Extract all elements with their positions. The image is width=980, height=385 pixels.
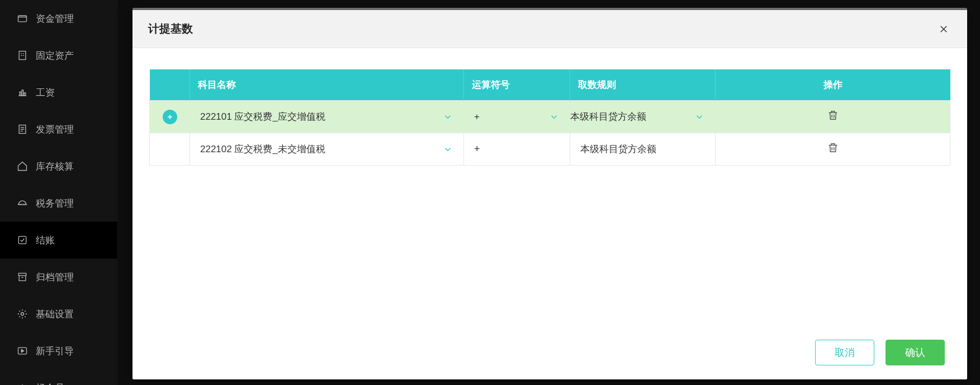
rule-value: 本级科目贷方余额 (570, 110, 646, 123)
svg-rect-3 (22, 90, 23, 96)
svg-rect-0 (18, 16, 27, 22)
sidebar-item-label: 库存核算 (36, 160, 74, 173)
receipt-icon (17, 124, 28, 135)
col-header-rule: 取数规则 (570, 69, 716, 101)
gear-icon (17, 308, 28, 320)
play-icon (17, 345, 28, 356)
rule-value: 本级科目贷方余额 (580, 144, 656, 154)
plus-icon (166, 113, 174, 121)
close-icon (939, 24, 949, 34)
sidebar-item-archive[interactable]: 归档管理 (0, 259, 117, 295)
confirm-button[interactable]: 确认 (886, 340, 945, 365)
sidebar-item-label: 资金管理 (36, 12, 74, 25)
dish-icon (17, 198, 28, 209)
rule-select[interactable]: 本级科目贷方余额 (570, 101, 715, 133)
chevron-down-icon (442, 111, 453, 123)
sidebar-item-label: 基础设置 (36, 308, 74, 321)
svg-rect-2 (20, 92, 21, 96)
sidebar: 资金管理 固定资产 工资 发票管理 库存核算 税务管理 结账 归档管理 基础设置… (0, 0, 117, 385)
modal-body: 科目名称 运算符号 取数规则 操作 222101 应交税费_应交增值税 (132, 48, 967, 326)
chevron-down-icon (548, 111, 560, 123)
subject-select[interactable]: 222102 应交税费_未交增值税 (190, 133, 463, 165)
check-doc-icon (17, 234, 28, 246)
operator-value: + (474, 111, 480, 123)
delete-row-button[interactable] (827, 109, 839, 121)
modal-header: 计提基数 (132, 10, 967, 48)
add-row-button[interactable] (163, 110, 177, 124)
close-button[interactable] (936, 21, 951, 37)
svg-point-8 (21, 313, 24, 316)
confirm-label: 确认 (905, 346, 925, 359)
chevron-down-icon (694, 111, 705, 123)
svg-rect-6 (18, 236, 26, 243)
wallet-icon (17, 13, 28, 24)
col-header-add (150, 69, 190, 101)
col-header-operator: 运算符号 (464, 69, 570, 101)
svg-rect-1 (19, 51, 26, 60)
sidebar-item-label: 新手引导 (36, 345, 74, 358)
sidebar-item-label: 归档管理 (36, 271, 74, 284)
sidebar-item-settings[interactable]: 基础设置 (0, 295, 117, 332)
sidebar-item-label: 畅会员 (36, 382, 64, 386)
sidebar-item-salary[interactable]: 工资 (0, 74, 117, 111)
subject-value: 222101 应交税费_应交增值税 (200, 110, 325, 123)
archive-icon (17, 271, 28, 283)
cancel-label: 取消 (835, 346, 855, 359)
sidebar-item-label: 固定资产 (36, 49, 74, 62)
table-row: 222101 应交税费_应交增值税 + 本级科目贷方余额 (150, 101, 950, 133)
svg-rect-7 (18, 273, 26, 275)
modal-footer: 取消 确认 (132, 326, 967, 379)
sidebar-item-member[interactable]: 畅会员 (0, 369, 117, 385)
sidebar-item-inventory[interactable]: 库存核算 (0, 148, 117, 185)
sidebar-item-guide[interactable]: 新手引导 (0, 332, 117, 369)
sidebar-item-funds[interactable]: 资金管理 (0, 0, 117, 37)
sidebar-item-closing[interactable]: 结账 (0, 222, 117, 259)
sidebar-item-tax[interactable]: 税务管理 (0, 185, 117, 222)
home-icon (17, 161, 28, 172)
sidebar-item-invoice[interactable]: 发票管理 (0, 111, 117, 148)
col-header-action: 操作 (716, 69, 950, 101)
table-row: 222102 应交税费_未交增值税 + 本级科目贷方余额 (150, 133, 950, 166)
chart-icon (17, 87, 28, 98)
delete-row-button[interactable] (827, 142, 839, 154)
sidebar-item-fixed-assets[interactable]: 固定资产 (0, 37, 117, 74)
modal-title: 计提基数 (148, 21, 193, 36)
cancel-button[interactable]: 取消 (815, 340, 874, 365)
svg-rect-4 (24, 93, 26, 96)
accrual-base-modal: 计提基数 科目名称 运算符号 取数规则 操作 (132, 8, 967, 379)
operator-select[interactable]: + (464, 101, 570, 133)
subject-value: 222102 应交税费_未交增值税 (200, 143, 325, 156)
sidebar-item-label: 发票管理 (36, 123, 74, 136)
trash-icon (827, 142, 839, 154)
subject-select[interactable]: 222101 应交税费_应交增值税 (190, 101, 463, 133)
trash-icon (827, 109, 839, 121)
vip-icon (17, 382, 28, 385)
sidebar-item-label: 工资 (36, 86, 55, 99)
col-header-subject: 科目名称 (190, 69, 464, 101)
operator-value: + (474, 143, 480, 154)
chevron-down-icon (442, 144, 453, 155)
building-icon (17, 50, 28, 61)
sidebar-item-label: 结账 (36, 234, 55, 247)
sidebar-item-label: 税务管理 (36, 197, 74, 210)
accrual-table: 科目名称 运算符号 取数规则 操作 222101 应交税费_应交增值税 (149, 69, 950, 166)
